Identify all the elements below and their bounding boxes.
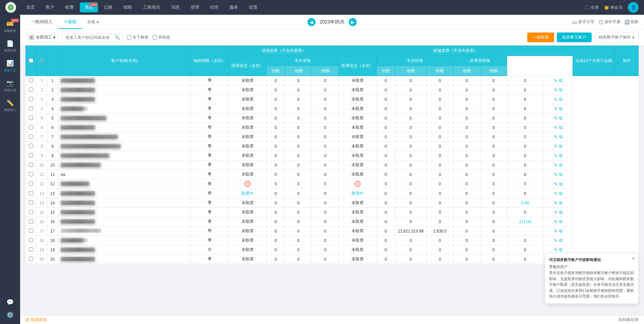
nav-service[interactable]: 服务 (225, 2, 243, 12)
search-input[interactable] (65, 35, 113, 40)
copy-icon[interactable]: ⧉ (559, 181, 562, 187)
row-checkbox-input[interactable] (29, 229, 33, 233)
row-checkbox[interactable] (26, 142, 37, 151)
copy-icon[interactable]: ⧉ (559, 162, 562, 168)
row-checkbox[interactable] (26, 114, 37, 123)
row-checkbox-input[interactable] (29, 116, 33, 120)
edit-icon[interactable]: ✎ (554, 181, 558, 187)
edit-icon[interactable]: ✎ (554, 247, 558, 253)
row-checkbox-input[interactable] (29, 163, 33, 167)
checkbox-tax-disk-input[interactable] (153, 35, 157, 40)
row-checkbox[interactable] (26, 217, 37, 226)
edit-icon[interactable]: ✎ (554, 238, 558, 243)
row-checkbox-input[interactable] (29, 181, 33, 186)
edit-icon[interactable]: ✎ (554, 229, 558, 234)
fullscreen-btn[interactable]: ⛶ 全屏 (585, 5, 599, 10)
row-checkbox[interactable] (26, 226, 37, 236)
copy-icon[interactable]: ⧉ (559, 238, 562, 243)
edit-icon[interactable]: ✎ (554, 219, 558, 224)
edit-icon[interactable]: ✎ (554, 78, 558, 83)
tax-policy-link[interactable]: @ 税政政策 (25, 317, 47, 323)
row-checkbox-input[interactable] (29, 191, 33, 195)
row-checkbox[interactable] (26, 255, 37, 264)
row-checkbox[interactable] (26, 179, 37, 189)
row-checkbox[interactable] (26, 123, 37, 132)
nav-operation[interactable]: 经营 (205, 2, 223, 12)
copy-icon[interactable]: ⧉ (559, 153, 562, 158)
refresh-btn[interactable]: 🔄 刷新 (625, 19, 639, 25)
row-checkbox-input[interactable] (29, 172, 33, 176)
one-click-btn[interactable]: 一键取票 (527, 33, 554, 42)
edit-icon[interactable]: ✎ (554, 87, 558, 93)
row-checkbox[interactable] (26, 208, 37, 217)
row-checkbox-input[interactable] (29, 87, 33, 92)
copy-icon[interactable]: ⧉ (559, 78, 562, 83)
nav-tax[interactable]: 报税 (119, 2, 137, 12)
copy-icon[interactable]: ⧉ (559, 219, 562, 224)
edit-icon[interactable]: ✎ (554, 125, 558, 130)
copy-icon[interactable]: ⧉ (559, 200, 562, 206)
copy-icon[interactable]: ⧉ (559, 96, 562, 102)
row-checkbox-input[interactable] (29, 134, 33, 139)
row-checkbox[interactable] (26, 85, 37, 95)
sidebar-item-open-invoice[interactable]: 📄 发票开具 (0, 37, 20, 56)
row-checkbox[interactable] (26, 151, 37, 160)
edit-icon[interactable]: ✎ (554, 163, 558, 168)
nav-client[interactable]: 客户 (41, 2, 59, 12)
tab-small-scale[interactable]: 小规模 (58, 15, 82, 29)
settings-icon[interactable]: ⚙️ (39, 59, 44, 63)
copy-icon[interactable]: ⧉ (559, 106, 562, 112)
copy-icon[interactable]: ⧉ (559, 134, 562, 140)
row-checkbox-input[interactable] (29, 247, 33, 252)
row-checkbox[interactable] (26, 104, 37, 114)
manual-btn[interactable]: 📋 操作手册 (598, 19, 621, 25)
copy-icon[interactable]: ⧉ (559, 228, 562, 234)
row-checkbox-input[interactable] (29, 210, 33, 214)
row-checkbox-input[interactable] (29, 257, 33, 261)
row-checkbox-input[interactable] (29, 97, 33, 101)
row-checkbox-input[interactable] (29, 219, 33, 223)
nav-home[interactable]: 首页 (21, 2, 40, 12)
edit-icon[interactable]: ✎ (554, 116, 558, 121)
edit-icon[interactable]: ✎ (554, 153, 558, 158)
user-avatar[interactable]: 👤 (628, 2, 639, 13)
new-guide-btn[interactable]: 📖 新手引导 (572, 19, 594, 25)
row-checkbox[interactable] (26, 132, 37, 142)
checkbox-tax-disk[interactable]: 有税盘 (153, 35, 170, 40)
row-checkbox[interactable] (26, 245, 37, 255)
edit-icon[interactable]: ✎ (554, 210, 558, 215)
sidebar-item-scan[interactable]: 📷 扫描上传 (0, 77, 20, 95)
row-checkbox[interactable] (26, 160, 37, 170)
nav-invoice[interactable]: 票据 new (80, 2, 98, 12)
sidebar-item-gear[interactable]: ⚙️ (5, 309, 15, 321)
row-checkbox[interactable] (26, 236, 37, 245)
edit-icon[interactable]: ✎ (554, 144, 558, 149)
copy-icon[interactable]: ⧉ (559, 115, 562, 121)
nav-bookkeeping[interactable]: 记账 (99, 2, 117, 12)
member-btn[interactable]: 👑 购会员 (604, 5, 623, 10)
row-checkbox[interactable] (26, 189, 37, 198)
row-checkbox-input[interactable] (29, 78, 33, 82)
sidebar-item-smart-ticket[interactable]: 🎫 new 智能取票 (0, 17, 20, 36)
tab-general[interactable]: 一般纳税人 (25, 15, 58, 29)
row-checkbox[interactable] (26, 170, 37, 179)
edit-icon[interactable]: ✎ (554, 200, 558, 206)
row-checkbox[interactable] (26, 198, 37, 208)
sidebar-item-entry[interactable]: ✏️ 票据录入 (0, 96, 20, 115)
sidebar-item-summary[interactable]: 📊 票据汇总 (0, 57, 20, 75)
edit-icon[interactable]: ✎ (554, 172, 558, 177)
row-checkbox-input[interactable] (29, 153, 33, 157)
prev-month-btn[interactable]: ◀ (308, 18, 316, 26)
tab-all[interactable]: 全能 ▾ (82, 16, 104, 28)
copy-icon[interactable]: ⧉ (559, 191, 562, 196)
notice-close-btn[interactable]: ✕ (632, 255, 636, 262)
nav-settings[interactable]: 设置 (244, 2, 262, 12)
tax-ops-btn[interactable]: 税务数字账户操作 ▾ (594, 32, 639, 43)
search-box[interactable]: 🔍 (62, 34, 123, 42)
checkbox-account-input[interactable] (127, 35, 131, 40)
copy-icon[interactable]: ⧉ (559, 87, 562, 93)
edit-icon[interactable]: ✎ (554, 191, 558, 196)
sidebar-item-chat[interactable]: 💬 (5, 296, 15, 309)
row-checkbox-input[interactable] (29, 125, 33, 129)
row-checkbox[interactable] (26, 76, 37, 85)
